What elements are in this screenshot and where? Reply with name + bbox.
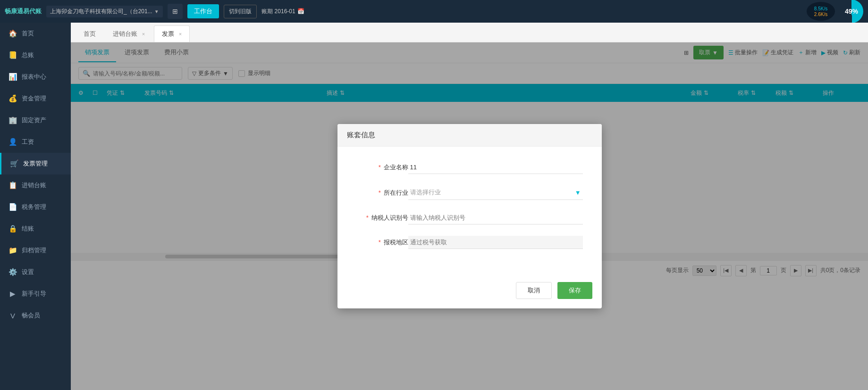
- gear-icon: ⚙️: [8, 268, 17, 276]
- main-layout: 🏠 首页 📒 总账 📊 报表中心 💰 资金管理 🏢 固定资产 👤 工资 🛒 发票…: [0, 23, 868, 390]
- industry-label: * 所在行业: [356, 189, 408, 197]
- sidebar-label-purchases: 进销台账: [22, 181, 46, 190]
- sidebar-item-funds[interactable]: 💰 资金管理: [0, 88, 71, 109]
- cpu-usage: 49%: [840, 0, 863, 23]
- app-logo: 畅康通易代账: [5, 7, 42, 16]
- company-name: 上海卯金刀电子科技有限公司_（台201...: [50, 8, 152, 16]
- purchases-icon: 📋: [8, 181, 17, 190]
- form-row-region: * 报税地区: [356, 236, 583, 249]
- sidebar-item-home[interactable]: 🏠 首页: [0, 23, 71, 44]
- vip-icon: V: [8, 312, 17, 320]
- company-selector[interactable]: 上海卯金刀电子科技有限公司_（台201... ▼: [46, 6, 163, 17]
- industry-select[interactable]: 请选择行业 ▼: [408, 185, 583, 200]
- workbench-button[interactable]: 工作台: [187, 4, 219, 18]
- tax-icon: 📄: [8, 203, 17, 211]
- chevron-down-icon: ▼: [575, 189, 581, 196]
- region-input: [408, 236, 583, 249]
- sidebar-item-payroll[interactable]: 👤 工资: [0, 131, 71, 153]
- taxid-input[interactable]: [408, 211, 583, 224]
- topbar: 畅康通易代账 上海卯金刀电子科技有限公司_（台201... ▼ ⊞ 工作台 切到…: [0, 0, 868, 23]
- cancel-button[interactable]: 取消: [516, 282, 552, 299]
- guide-icon: ▶: [8, 290, 17, 298]
- home-icon: 🏠: [8, 29, 17, 38]
- ledger-icon: 📒: [8, 51, 17, 59]
- sidebar-item-ledger[interactable]: 📒 总账: [0, 44, 71, 66]
- sidebar-label-tax: 税务管理: [22, 203, 46, 211]
- sidebar-item-guide[interactable]: ▶ 新手引导: [0, 283, 71, 305]
- copy-icon-btn[interactable]: ⊞: [168, 4, 183, 19]
- period-display: 账期 2016-01 📅: [261, 8, 304, 16]
- archive-icon: 📁: [8, 246, 17, 255]
- sidebar-item-assets[interactable]: 🏢 固定资产: [0, 109, 71, 131]
- tabbar: 首页 进销台账 × 发票 ×: [71, 23, 868, 42]
- modal-overlay: 账套信息 * 企业名称 *: [71, 42, 868, 390]
- oldver-button[interactable]: 切到旧版: [224, 5, 257, 18]
- reports-icon: 📊: [8, 73, 17, 81]
- tab-purchases-close[interactable]: ×: [142, 31, 145, 37]
- sidebar-label-reports: 报表中心: [22, 73, 46, 81]
- sidebar-item-vip[interactable]: V 畅会员: [0, 305, 71, 326]
- form-row-industry: * 所在行业 请选择行业 ▼: [356, 185, 583, 200]
- form-row-company: * 企业名称: [356, 161, 583, 174]
- payroll-icon: 👤: [8, 138, 17, 146]
- sidebar-item-purchases[interactable]: 📋 进销台账: [0, 174, 71, 196]
- inner-content: 销项发票 进项发票 费用小票 ⊞ 取票 ▼: [71, 42, 868, 390]
- form-row-taxid: * 纳税人识别号: [356, 211, 583, 224]
- sidebar-label-settings: 设置: [22, 268, 34, 276]
- sidebar-item-settings[interactable]: ⚙️ 设置: [0, 261, 71, 283]
- sidebar: 🏠 首页 📒 总账 📊 报表中心 💰 资金管理 🏢 固定资产 👤 工资 🛒 发票…: [0, 23, 71, 390]
- calendar-icon[interactable]: 📅: [297, 8, 304, 15]
- content-area: 首页 进销台账 × 发票 × 销项发票 进项发票 费用: [71, 23, 868, 390]
- dialog-account-info: 账套信息 * 企业名称 *: [337, 124, 602, 308]
- region-label: * 报税地区: [356, 238, 408, 247]
- download-speed: 2.6K/s: [814, 12, 827, 17]
- save-button[interactable]: 保存: [557, 282, 592, 299]
- sidebar-label-home: 首页: [22, 29, 34, 38]
- sidebar-label-closeout: 结账: [22, 224, 34, 233]
- sidebar-label-assets: 固定资产: [22, 116, 46, 124]
- sidebar-label-archive: 归档管理: [22, 246, 46, 255]
- tab-invoice-close[interactable]: ×: [179, 31, 182, 37]
- company-input[interactable]: [408, 161, 583, 174]
- taxid-label: * 纳税人识别号: [356, 214, 408, 222]
- tab-purchases[interactable]: 进销台账 ×: [105, 25, 153, 42]
- sidebar-label-guide: 新手引导: [22, 290, 46, 298]
- tab-home[interactable]: 首页: [76, 25, 104, 42]
- dialog-footer: 取消 保存: [337, 274, 602, 308]
- sidebar-item-invoice[interactable]: 🛒 发票管理: [0, 153, 71, 174]
- assets-icon: 🏢: [8, 116, 17, 124]
- sidebar-item-tax[interactable]: 📄 税务管理: [0, 196, 71, 218]
- sidebar-item-closeout[interactable]: 🔒 结账: [0, 218, 71, 240]
- network-speed: 8.5K/s 2.6K/s: [807, 2, 835, 21]
- upload-speed: 8.5K/s: [814, 6, 827, 11]
- sidebar-label-funds: 资金管理: [22, 94, 46, 103]
- tab-invoice[interactable]: 发票 ×: [154, 25, 190, 42]
- closeout-icon: 🔒: [8, 224, 17, 233]
- invoice-icon: 🛒: [10, 159, 18, 168]
- dialog-body: * 企业名称 * 所在行业 请选择行业: [337, 147, 602, 274]
- funds-icon: 💰: [8, 94, 17, 103]
- sidebar-label-payroll: 工资: [22, 138, 34, 146]
- chevron-down-icon: ▼: [154, 9, 159, 14]
- sidebar-item-reports[interactable]: 📊 报表中心: [0, 66, 71, 88]
- sidebar-label-ledger: 总账: [22, 51, 34, 59]
- dialog-title: 账套信息: [337, 124, 602, 147]
- sidebar-label-invoice: 发票管理: [23, 159, 48, 168]
- sidebar-label-vip: 畅会员: [22, 311, 40, 320]
- sidebar-item-archive[interactable]: 📁 归档管理: [0, 240, 71, 261]
- company-label: * 企业名称: [356, 163, 408, 172]
